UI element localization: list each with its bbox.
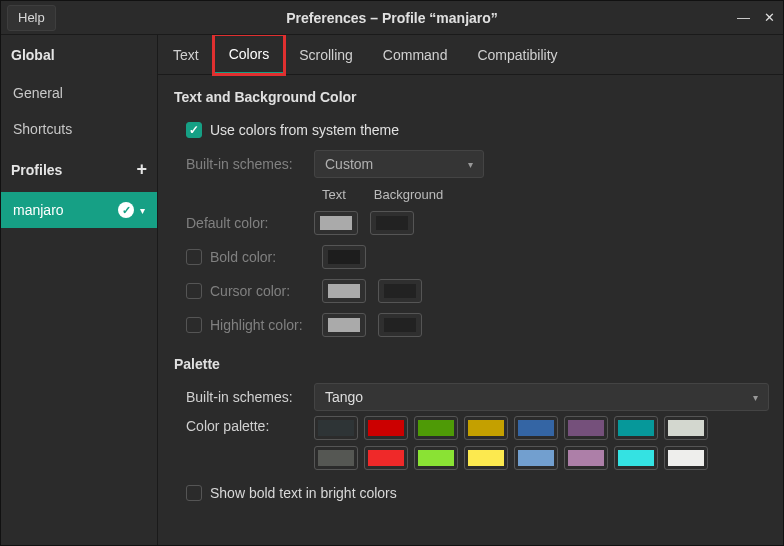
sidebar-item-shortcuts[interactable]: Shortcuts	[1, 111, 157, 147]
palette-color[interactable]	[314, 446, 358, 470]
palette-grid	[314, 416, 708, 470]
bold-color-label: Bold color:	[210, 249, 322, 265]
palette-color[interactable]	[564, 446, 608, 470]
default-color-label: Default color:	[186, 215, 314, 231]
palette-color[interactable]	[464, 416, 508, 440]
header-background: Background	[374, 187, 443, 202]
highlight-bg-color[interactable]	[378, 313, 422, 337]
show-bold-bright-label: Show bold text in bright colors	[210, 485, 397, 501]
checkbox-bold-color[interactable]	[186, 249, 202, 265]
palette-color[interactable]	[514, 446, 558, 470]
highlight-text-color[interactable]	[322, 313, 366, 337]
use-system-theme-label: Use colors from system theme	[210, 122, 399, 138]
tabs: Text Colors Scrolling Command Compatibil…	[158, 35, 783, 75]
builtin-schemes-label: Built-in schemes:	[186, 156, 314, 172]
palette-color[interactable]	[564, 416, 608, 440]
content: Text Colors Scrolling Command Compatibil…	[158, 35, 783, 545]
checkbox-highlight-color[interactable]	[186, 317, 202, 333]
section-title-text-bg: Text and Background Color	[174, 89, 769, 105]
palette-builtin-select[interactable]: Tango ▾	[314, 383, 769, 411]
sidebar: Global General Shortcuts Profiles + manj…	[1, 35, 158, 545]
window-title: Preferences – Profile “manjaro”	[1, 10, 783, 26]
add-profile-icon[interactable]: +	[136, 159, 147, 180]
sidebar-item-label: manjaro	[13, 202, 64, 218]
window-controls: — ✕	[737, 10, 775, 25]
tab-scrolling[interactable]: Scrolling	[284, 35, 368, 74]
show-bold-bright-row[interactable]: Show bold text in bright colors	[186, 476, 769, 510]
palette-color[interactable]	[414, 446, 458, 470]
sidebar-heading-profiles: Profiles +	[1, 147, 157, 192]
palette-builtin-label: Built-in schemes:	[186, 389, 314, 405]
palette-color[interactable]	[614, 446, 658, 470]
cursor-color-label: Cursor color:	[210, 283, 322, 299]
checkbox-cursor-color[interactable]	[186, 283, 202, 299]
builtin-schemes-select[interactable]: Custom ▾	[314, 150, 484, 178]
use-system-theme-row[interactable]: ✓ Use colors from system theme	[186, 113, 769, 147]
minimize-icon[interactable]: —	[737, 10, 750, 25]
profiles-heading-label: Profiles	[11, 162, 62, 178]
palette-color[interactable]	[464, 446, 508, 470]
palette-color[interactable]	[364, 416, 408, 440]
default-bg-color[interactable]	[370, 211, 414, 235]
titlebar: Help Preferences – Profile “manjaro” — ✕	[1, 1, 783, 35]
colors-pane: Text and Background Color ✓ Use colors f…	[158, 75, 783, 516]
chevron-down-icon: ▾	[468, 159, 473, 170]
palette-color[interactable]	[614, 416, 658, 440]
palette-color[interactable]	[414, 416, 458, 440]
chevron-down-icon[interactable]: ▾	[140, 205, 145, 216]
color-column-headers: Text Background	[314, 187, 769, 202]
palette-color[interactable]	[664, 416, 708, 440]
preferences-window: Help Preferences – Profile “manjaro” — ✕…	[0, 0, 784, 546]
section-title-palette: Palette	[174, 356, 769, 372]
default-text-color[interactable]	[314, 211, 358, 235]
close-icon[interactable]: ✕	[764, 10, 775, 25]
tab-command[interactable]: Command	[368, 35, 463, 74]
palette-color[interactable]	[664, 446, 708, 470]
sidebar-heading-global: Global	[1, 35, 157, 75]
bold-color[interactable]	[322, 245, 366, 269]
palette-builtin-value: Tango	[325, 389, 363, 405]
palette-color[interactable]	[314, 416, 358, 440]
check-icon: ✓	[118, 202, 134, 218]
header-text: Text	[322, 187, 346, 202]
color-palette-label: Color palette:	[186, 414, 314, 434]
cursor-bg-color[interactable]	[378, 279, 422, 303]
sidebar-item-general[interactable]: General	[1, 75, 157, 111]
tab-compatibility[interactable]: Compatibility	[462, 35, 572, 74]
help-button[interactable]: Help	[7, 5, 56, 31]
tab-text[interactable]: Text	[158, 35, 214, 74]
tab-colors[interactable]: Colors	[214, 35, 284, 74]
checkbox-show-bold-bright[interactable]	[186, 485, 202, 501]
chevron-down-icon: ▾	[753, 392, 758, 403]
sidebar-item-profile-manjaro[interactable]: manjaro ✓ ▾	[1, 192, 157, 228]
cursor-text-color[interactable]	[322, 279, 366, 303]
builtin-schemes-value: Custom	[325, 156, 373, 172]
checkbox-use-system-theme[interactable]: ✓	[186, 122, 202, 138]
palette-color[interactable]	[514, 416, 558, 440]
highlight-color-label: Highlight color:	[210, 317, 322, 333]
palette-color[interactable]	[364, 446, 408, 470]
